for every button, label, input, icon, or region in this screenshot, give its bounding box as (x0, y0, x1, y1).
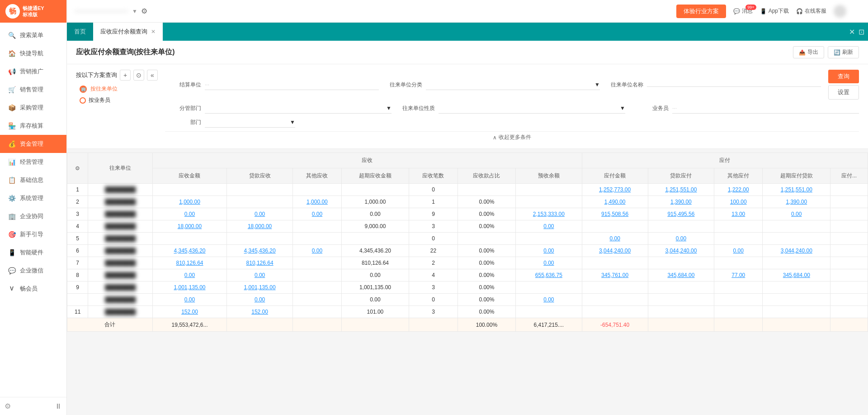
chevron-down-icon: ▼ (620, 105, 625, 111)
dropdown-icon[interactable]: ▼ (132, 8, 137, 14)
scheme-by-salesman[interactable]: 按业务员 (76, 95, 158, 105)
search-icon: 🔍 (7, 31, 16, 40)
total-advance-balance: 6,417,215.... (516, 318, 582, 332)
sidebar-item-smart-hw[interactable]: 📱 智能硬件 (0, 243, 66, 262)
settings-bottom-icon[interactable]: ⚙ (5, 402, 11, 410)
user-profile[interactable] (834, 5, 861, 18)
sidebar-logo: 畅 畅捷通EY 标准版 (0, 0, 66, 23)
header-icon-group: 💬 消息 99+ 📱 App下载 🎧 在线客服 (733, 5, 861, 18)
filter-row-3: 部门 ▼ (165, 117, 859, 128)
tab-bar-right: ✕ ⊡ (849, 28, 868, 36)
filter-settings-button[interactable]: 设置 (828, 85, 859, 100)
col-other-receivable: 其他应收 (293, 168, 341, 184)
sidebar-item-sales[interactable]: 🛒 销售管理 (0, 81, 66, 99)
collapse-sidebar-icon[interactable]: ⏸ (55, 402, 62, 410)
tab-bar: 首页 应收应付余额查询 ✕ ✕ ⊡ (67, 23, 868, 41)
fund-icon: 💰 (7, 139, 16, 148)
filter-dept-in-charge: 分管部门 ▼ (165, 103, 392, 114)
sidebar-item-inventory[interactable]: 🏪 库存核算 (0, 117, 66, 135)
settings-gear-icon[interactable]: ⚙ (141, 7, 147, 15)
app-download-item[interactable]: 📱 App下载 (760, 7, 789, 15)
col-advance-balance: 预收余额 (516, 168, 582, 184)
sidebar-bottom: ⚙ ⏸ (0, 397, 66, 415)
scheme-by-partner[interactable]: 🏢 按往来单位 (76, 84, 158, 94)
tab-home[interactable]: 首页 (67, 23, 93, 41)
total-receivable-ratio: 100.00% (458, 318, 516, 332)
table-settings-icon[interactable]: ⚙ (75, 165, 80, 172)
tab-maximize-icon[interactable]: ⊡ (859, 28, 864, 36)
sidebar-item-member[interactable]: V 畅会员 (0, 280, 66, 298)
dept-in-charge-select[interactable]: ▼ (205, 103, 392, 114)
chevron-down-icon: ▼ (386, 105, 392, 111)
col-settings[interactable]: ⚙ (67, 153, 88, 184)
table-row: 1████████01,252,773.001,251,551.001,222.… (67, 184, 868, 196)
total-row: 合计 19,553,472,6... 100.00% 6,417,215....… (67, 318, 868, 332)
app-icon: 📱 (760, 8, 767, 14)
smart-hw-icon: 📱 (7, 248, 16, 257)
sidebar-item-system[interactable]: ⚙️ 系统管理 (0, 189, 66, 207)
sidebar-item-enterprise[interactable]: 🏢 企业协同 (0, 207, 66, 225)
purchase-icon: 📦 (7, 103, 16, 112)
partner-category-select[interactable]: ▼ (426, 80, 600, 90)
page-header-actions: 📤 导出 🔄 刷新 (793, 46, 859, 58)
col-receivable-amount: 应收金额 (153, 168, 227, 184)
system-icon: ⚙️ (7, 194, 16, 203)
main-content: ▼ ⚙ 体验行业方案 💬 消息 99+ 📱 App下载 🎧 (67, 0, 868, 415)
guide-icon: 🎯 (7, 230, 16, 239)
filter-partner-nature: 往来单位性质 ▼ (399, 103, 625, 114)
col-loan-receivable: 贷款应收 (226, 168, 292, 184)
query-button[interactable]: 查询 (828, 70, 859, 83)
add-filter-btn[interactable]: + (120, 70, 131, 81)
table-row: 11████████152.00152.00101.0030.00% (67, 306, 868, 318)
filter-salesman: 业务员 ··· (632, 103, 859, 114)
enterprise-icon: 🏢 (7, 212, 16, 221)
filter-settings-btn[interactable]: ⊙ (133, 70, 144, 81)
top-header-actions: 体验行业方案 💬 消息 99+ 📱 App下载 🎧 在线客服 (676, 5, 861, 18)
col-receivable-count: 应收笔数 (409, 168, 458, 184)
page-title: 应收应付余额查询(按往来单位) (76, 48, 175, 57)
inventory-icon: 🏪 (7, 121, 16, 130)
message-badge: 99+ (745, 5, 756, 10)
operations-icon: 📊 (7, 157, 16, 167)
tab-close-window-icon[interactable]: ✕ (849, 28, 855, 36)
tab-close-icon[interactable]: ✕ (151, 29, 156, 35)
sidebar-item-purchase[interactable]: 📦 采购管理 (0, 99, 66, 117)
partner-name-input[interactable] (647, 83, 821, 87)
filter-label: 按以下方案查询 (76, 71, 117, 79)
export-button[interactable]: 📤 导出 (793, 46, 824, 58)
sidebar-item-search[interactable]: 🔍 搜索菜单 (0, 26, 66, 44)
sidebar-item-wechat[interactable]: 💬 企业微信 (0, 262, 66, 280)
col-overdue-payable: 超期应付贷款 (763, 168, 830, 184)
table-row: 5████████00.000.00 (67, 233, 868, 245)
query-actions: 查询 设置 (828, 70, 859, 100)
dept-select[interactable]: ▼ (205, 117, 295, 128)
col-group-payable: 应付 (582, 153, 868, 168)
chevron-down-icon: ▼ (594, 81, 600, 88)
top-header-left: ▼ ⚙ (74, 7, 147, 15)
service-icon: 🎧 (796, 8, 803, 14)
message-icon: 💬 (733, 8, 740, 14)
partner-nature-select[interactable]: ▼ (439, 103, 625, 114)
filter-collapse-btn[interactable]: « (147, 70, 158, 81)
filter-scheme-panel: 按以下方案查询 + ⊙ « 🏢 按往来单位 按业务员 (76, 70, 158, 105)
tab-balance-query[interactable]: 应收应付余额查询 ✕ (93, 23, 163, 41)
logo-text: 畅捷通EY 标准版 (23, 5, 44, 18)
collapse-more-btn[interactable]: ∧ 收起更多条件 (165, 131, 859, 143)
settlement-unit-input[interactable]: ··· (205, 80, 379, 90)
sidebar-item-guide[interactable]: 🎯 新手引导 (0, 225, 66, 243)
col-group-receivable: 应收 (153, 153, 582, 168)
promo-button[interactable]: 体验行业方案 (676, 5, 726, 18)
salesman-input[interactable]: ··· (672, 103, 859, 114)
sidebar-item-operations[interactable]: 📊 经营管理 (0, 153, 66, 171)
sidebar: 畅 畅捷通EY 标准版 🔍 搜索菜单 🏠 快捷导航 📢 营销推广 🛒 销售管理 (0, 0, 67, 415)
logo-icon: 畅 (5, 4, 20, 19)
refresh-button[interactable]: 🔄 刷新 (828, 46, 859, 58)
sidebar-item-basic-info[interactable]: 📋 基础信息 (0, 171, 66, 189)
sidebar-item-quick-nav[interactable]: 🏠 快捷导航 (0, 44, 66, 62)
sidebar-item-fund[interactable]: 💰 资金管理 (0, 135, 66, 153)
online-service-item[interactable]: 🎧 在线客服 (796, 7, 826, 15)
messages-item[interactable]: 💬 消息 99+ (733, 7, 753, 15)
sidebar-item-marketing[interactable]: 📢 营销推广 (0, 62, 66, 81)
filter-dept: 部门 ▼ (165, 117, 859, 128)
col-other-payable: 其他应付 (714, 168, 763, 184)
